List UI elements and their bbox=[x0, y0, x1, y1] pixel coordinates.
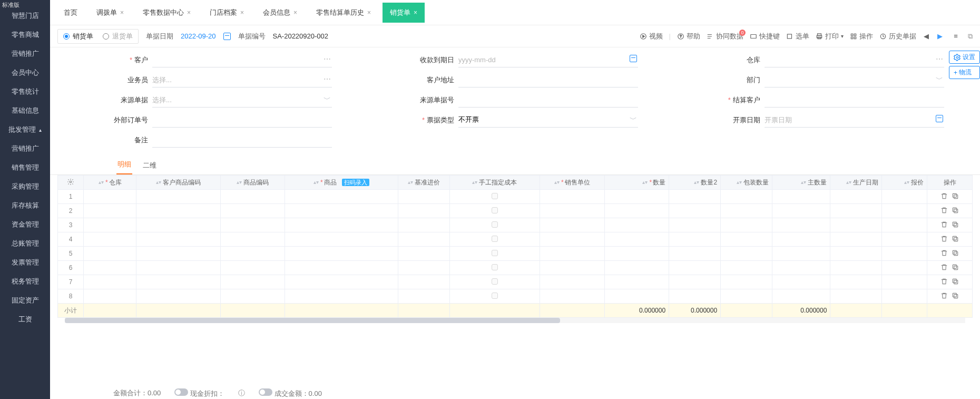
chevron-down-icon[interactable]: ﹀ bbox=[324, 95, 331, 104]
dept-input[interactable]: ﹀ bbox=[765, 73, 944, 87]
sidebar-item-retail-mall[interactable]: 零售商城 bbox=[0, 25, 50, 44]
invoice-date-input[interactable] bbox=[765, 113, 944, 128]
delete-icon[interactable] bbox=[940, 192, 948, 200]
table-row[interactable]: 4 bbox=[58, 232, 973, 247]
sidebar-item-asset[interactable]: 固定资产 bbox=[0, 291, 50, 310]
next-doc-icon[interactable]: ▶ bbox=[936, 33, 944, 40]
table-row[interactable]: 5 bbox=[58, 247, 973, 261]
close-icon[interactable]: × bbox=[120, 9, 124, 16]
sidebar-item-retail-stats[interactable]: 零售统计 bbox=[0, 82, 50, 101]
table-row[interactable]: 3 bbox=[58, 218, 973, 232]
tab-settle-hist[interactable]: 零售结算单历史× bbox=[309, 3, 378, 23]
close-icon[interactable]: × bbox=[367, 9, 371, 16]
sidebar-item-basic[interactable]: 基础信息 bbox=[0, 101, 50, 120]
delete-icon[interactable] bbox=[940, 278, 948, 285]
table-row[interactable]: 6 bbox=[58, 261, 973, 275]
delete-icon[interactable] bbox=[940, 292, 948, 299]
more-icon[interactable]: ⋯ bbox=[324, 75, 331, 83]
addr-input[interactable] bbox=[458, 73, 638, 87]
salesman-input[interactable]: ⋯ bbox=[152, 73, 332, 87]
calendar-icon[interactable] bbox=[630, 55, 637, 62]
checkbox[interactable] bbox=[492, 250, 498, 256]
radio-sale-icon[interactable] bbox=[63, 33, 70, 40]
detail-tab-2d[interactable]: 二维 bbox=[142, 157, 158, 174]
more-icon[interactable]: ⋯ bbox=[936, 55, 943, 63]
ext-order-input[interactable] bbox=[152, 113, 332, 128]
sidebar-item-purchase[interactable]: 采购管理 bbox=[0, 177, 50, 196]
source-input[interactable]: ﹀ bbox=[152, 93, 332, 108]
detail-tab-mx[interactable]: 明细 bbox=[116, 155, 132, 174]
delete-icon[interactable] bbox=[940, 235, 948, 242]
tab-member[interactable]: 会员信息× bbox=[256, 3, 305, 23]
delete-icon[interactable] bbox=[940, 221, 948, 228]
th-qty2[interactable]: 数量2 bbox=[701, 179, 717, 186]
more-icon[interactable]: ⋯ bbox=[324, 55, 331, 63]
sidebar-item-sales[interactable]: 销售管理 bbox=[0, 158, 50, 177]
th-sku[interactable]: 商品编码 bbox=[243, 179, 269, 186]
tab-home[interactable]: 首页 bbox=[56, 3, 85, 23]
sidebar-item-ledger[interactable]: 总账管理 bbox=[0, 234, 50, 253]
tab-store-file[interactable]: 门店档案× bbox=[202, 3, 251, 23]
scrollbar-thumb[interactable] bbox=[65, 318, 560, 323]
sidebar-item-wholesale[interactable]: 批发管理 bbox=[0, 120, 50, 139]
th-warehouse[interactable]: 仓库 bbox=[105, 179, 122, 186]
sidebar-item-tax[interactable]: 税务管理 bbox=[0, 272, 50, 291]
checkbox[interactable] bbox=[492, 278, 498, 285]
checkbox[interactable] bbox=[492, 236, 498, 242]
print-button[interactable]: 打印▾ bbox=[816, 32, 844, 41]
delete-icon[interactable] bbox=[940, 207, 948, 214]
copy-icon[interactable] bbox=[952, 264, 959, 271]
tab-sales-order[interactable]: 销货单× bbox=[383, 3, 425, 23]
close-icon[interactable]: × bbox=[187, 9, 191, 16]
chevron-down-icon[interactable]: ﹀ bbox=[936, 75, 943, 84]
th-product[interactable]: 商品 bbox=[320, 179, 337, 186]
delete-icon[interactable] bbox=[940, 264, 948, 271]
help-button[interactable]: ?帮助 bbox=[677, 32, 700, 41]
close-icon[interactable]: × bbox=[414, 9, 417, 16]
th-quote[interactable]: 报价 bbox=[911, 179, 924, 186]
sidebar-item-marketing2[interactable]: 营销推广 bbox=[0, 139, 50, 158]
th-cust-sku[interactable]: 客户商品编码 bbox=[163, 179, 201, 186]
copy-icon[interactable] bbox=[952, 292, 959, 299]
tab-transfer[interactable]: 调拨单× bbox=[89, 3, 131, 23]
radio-return-icon[interactable] bbox=[103, 33, 109, 40]
copy-icon[interactable] bbox=[952, 235, 959, 242]
copy-icon[interactable] bbox=[952, 221, 959, 228]
shortcut-button[interactable]: 快捷键 bbox=[750, 32, 780, 41]
th-qty[interactable]: 数量 bbox=[649, 179, 665, 186]
deal-switch[interactable] bbox=[259, 388, 272, 396]
video-button[interactable]: 视频 bbox=[640, 32, 663, 41]
table-row[interactable]: 2 bbox=[58, 204, 973, 218]
checkbox[interactable] bbox=[492, 221, 498, 228]
th-packqty[interactable]: 包装数量 bbox=[743, 179, 769, 186]
sidebar-item-salary[interactable]: 工资 bbox=[0, 310, 50, 329]
th-manual-cost[interactable]: 手工指定成本 bbox=[479, 179, 517, 186]
delete-icon[interactable] bbox=[940, 249, 948, 257]
due-input[interactable] bbox=[458, 53, 638, 67]
checkbox[interactable] bbox=[492, 293, 498, 299]
sidebar-item-invoice[interactable]: 发票管理 bbox=[0, 253, 50, 272]
th-base-price[interactable]: 基准进价 bbox=[415, 179, 440, 186]
copy-icon[interactable] bbox=[952, 207, 959, 214]
table-row[interactable]: 7 bbox=[58, 275, 973, 289]
select-button[interactable]: 选单 bbox=[786, 32, 809, 41]
calendar-icon[interactable] bbox=[223, 33, 231, 40]
th-unit[interactable]: 销售单位 bbox=[561, 179, 590, 186]
doc-date-value[interactable]: 2022-09-20 bbox=[181, 32, 216, 40]
checkbox[interactable] bbox=[492, 207, 498, 213]
horizontal-scrollbar[interactable] bbox=[65, 318, 965, 323]
checkbox[interactable] bbox=[492, 264, 498, 270]
chevron-down-icon[interactable]: ﹀ bbox=[630, 115, 637, 124]
calendar-icon[interactable] bbox=[936, 115, 943, 122]
scan-badge[interactable]: 扫码录入 bbox=[342, 179, 369, 186]
setting-button[interactable]: 设置 bbox=[949, 51, 980, 64]
source-no-input[interactable] bbox=[458, 93, 638, 108]
operate-button[interactable]: 操作 bbox=[850, 32, 873, 41]
layout-icon[interactable]: ≡ bbox=[950, 31, 962, 42]
prev-doc-icon[interactable]: ◀ bbox=[923, 33, 930, 40]
doc-type-radio[interactable]: 销货单 退货单 bbox=[57, 29, 139, 44]
sidebar-item-funds[interactable]: 资金管理 bbox=[0, 215, 50, 234]
table-row[interactable]: 1 bbox=[58, 190, 973, 204]
logistics-button[interactable]: + 物流 bbox=[949, 66, 980, 79]
copy-icon[interactable] bbox=[952, 192, 959, 200]
